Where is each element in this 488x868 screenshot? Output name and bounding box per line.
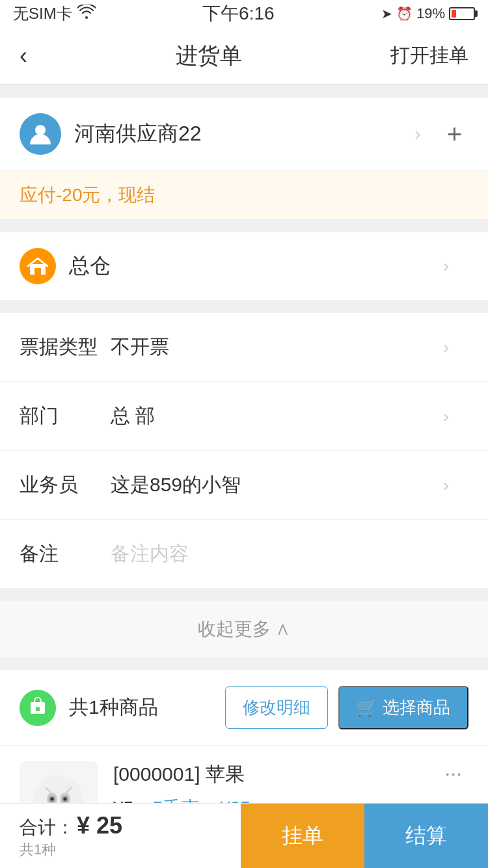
- ticket-type-value: 不开票: [111, 334, 443, 360]
- supplier-name: 河南供应商22: [74, 120, 414, 148]
- products-count: 共1种商品: [69, 694, 225, 721]
- battery-percent: 19%: [416, 5, 445, 22]
- product-name-text: 苹果: [206, 763, 245, 785]
- chevron-right-ticket-icon: ›: [443, 337, 449, 358]
- supplier-avatar: [20, 113, 61, 155]
- chevron-right-warehouse-icon: ›: [443, 256, 449, 277]
- total-count: 共1种: [20, 840, 221, 860]
- edit-detail-button[interactable]: 修改明细: [225, 686, 328, 729]
- page-title: 进货单: [176, 41, 242, 71]
- warehouse-section: 总仓 ›: [0, 232, 488, 300]
- product-id: [0000001]: [113, 763, 200, 785]
- bottom-bar: 合计： ¥ 25 共1种 挂单 结算: [0, 803, 488, 868]
- add-supplier-button[interactable]: +: [441, 120, 468, 149]
- product-name: [0000001] 苹果: [113, 761, 438, 788]
- hang-button[interactable]: 挂单: [241, 804, 364, 868]
- choose-product-label: 选择商品: [383, 696, 450, 719]
- salesman-label: 业务员: [20, 472, 111, 498]
- total-amount: ¥ 25: [77, 812, 122, 839]
- nav-bar: ‹ 进货单 打开挂单: [0, 27, 488, 85]
- products-icon: [20, 690, 56, 726]
- carrier-label: 无SIM卡: [13, 3, 72, 24]
- product-more-button[interactable]: ···: [438, 761, 468, 785]
- choose-product-button[interactable]: 🛒 选择商品: [338, 686, 468, 729]
- svg-rect-4: [36, 707, 40, 711]
- status-time: 下午6:16: [202, 1, 275, 26]
- products-header: 共1种商品 修改明细 🛒 选择商品: [0, 670, 488, 746]
- department-value: 总 部: [111, 403, 443, 429]
- chevron-right-sales-icon: ›: [443, 475, 449, 496]
- collapse-toggle[interactable]: 收起更多 ∧: [0, 601, 488, 657]
- svg-point-10: [51, 798, 54, 801]
- department-label: 部门: [20, 403, 111, 429]
- supplier-row[interactable]: 河南供应商22 › +: [0, 98, 488, 171]
- total-section: 合计： ¥ 25 共1种: [0, 804, 241, 868]
- svg-point-0: [35, 125, 46, 135]
- salesman-row[interactable]: 业务员 这是859的小智 ›: [0, 451, 488, 520]
- chevron-right-dept-icon: ›: [443, 406, 449, 427]
- wifi-icon: [77, 5, 96, 23]
- department-row[interactable]: 部门 总 部 ›: [0, 382, 488, 451]
- location-icon: ➤: [381, 6, 392, 21]
- salesman-value: 这是859的小智: [111, 472, 443, 498]
- cart-icon: 🛒: [357, 698, 377, 718]
- checkout-button[interactable]: 结算: [364, 804, 488, 868]
- warehouse-row[interactable]: 总仓 ›: [0, 232, 488, 300]
- remark-placeholder: 备注内容: [111, 541, 468, 567]
- warehouse-name: 总仓: [69, 252, 443, 280]
- battery-icon: [449, 7, 475, 20]
- remark-label: 备注: [20, 541, 111, 567]
- ticket-type-row[interactable]: 票据类型 不开票 ›: [0, 313, 488, 382]
- chevron-right-icon: ›: [414, 124, 420, 144]
- svg-rect-2: [34, 268, 41, 275]
- status-right: ➤ ⏰ 19%: [381, 5, 475, 22]
- total-label: 合计：: [20, 815, 74, 840]
- ticket-type-label: 票据类型: [20, 334, 111, 360]
- back-button[interactable]: ‹: [20, 42, 27, 70]
- remark-row[interactable]: 备注 备注内容: [0, 520, 488, 588]
- status-bar: 无SIM卡 下午6:16 ➤ ⏰ 19%: [0, 0, 488, 27]
- supplier-section: 河南供应商22 › + 应付-20元，现结: [0, 98, 488, 219]
- status-left: 无SIM卡: [13, 3, 96, 24]
- section-gap-1: [0, 85, 488, 98]
- open-hang-button[interactable]: 打开挂单: [390, 42, 468, 69]
- svg-point-11: [64, 798, 67, 801]
- alarm-icon: ⏰: [396, 6, 413, 21]
- form-section: 票据类型 不开票 › 部门 总 部 › 业务员 这是859的小智 › 备注 备注…: [0, 313, 488, 588]
- payment-info-banner: 应付-20元，现结: [0, 171, 488, 219]
- warehouse-icon: [20, 248, 56, 284]
